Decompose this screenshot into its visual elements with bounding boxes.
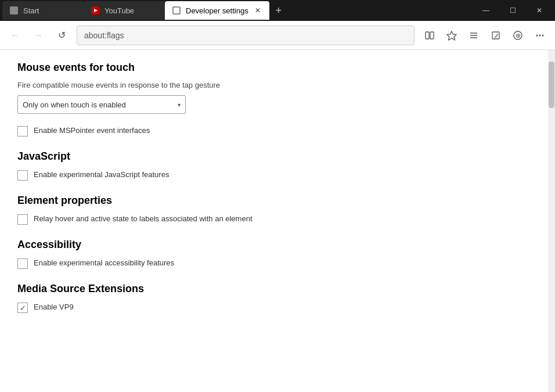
relay-hover-label: Relay hover and active state to labels a…: [34, 214, 253, 224]
section-element-properties: Element properties Relay hover and activ…: [17, 195, 531, 225]
refresh-button[interactable]: ↺: [51, 25, 72, 46]
section-accessibility: Accessibility Enable experimental access…: [17, 239, 531, 269]
minimize-button[interactable]: —: [473, 0, 499, 21]
vp9-label: Enable VP9: [34, 302, 74, 312]
nav-actions: ⊕: [419, 25, 550, 46]
reading-view-button[interactable]: [419, 25, 440, 46]
section-mouse-events: Mouse events for touch Fire compatible m…: [17, 62, 531, 136]
address-bar: about:flags: [77, 26, 415, 45]
new-tab-button[interactable]: +: [269, 1, 288, 20]
section-javascript: JavaScript Enable experimental JavaScrip…: [17, 150, 531, 181]
back-button[interactable]: ←: [5, 25, 26, 46]
javascript-title: JavaScript: [17, 150, 531, 163]
svg-line-11: [495, 34, 498, 38]
maximize-button[interactable]: ☐: [499, 0, 526, 21]
svg-point-16: [542, 34, 544, 36]
svg-rect-3: [173, 7, 180, 14]
vp9-row: Enable VP9: [17, 302, 531, 313]
media-source-title: Media Source Extensions: [17, 283, 531, 295]
tab-developer-close[interactable]: ✕: [253, 6, 262, 15]
scrollbar-thumb[interactable]: [549, 62, 554, 108]
address-text: about:flags: [84, 31, 124, 40]
mouse-events-title: Mouse events for touch: [17, 62, 531, 74]
experimental-accessibility-checkbox[interactable]: [17, 258, 28, 269]
scrollbar[interactable]: [548, 50, 555, 392]
svg-rect-4: [426, 32, 429, 39]
experimental-accessibility-row: Enable experimental accessibility featur…: [17, 258, 531, 269]
mouse-events-desc: Fire compatible mouse events in response…: [17, 81, 531, 89]
svg-point-14: [536, 34, 538, 36]
title-bar: Start YouTube Developer settings ✕ + — ☐…: [0, 0, 555, 21]
developer-icon: [172, 6, 181, 15]
svg-rect-10: [492, 32, 499, 39]
favorite-button[interactable]: [441, 25, 462, 46]
mspointer-checkbox[interactable]: [17, 126, 28, 136]
touch-select[interactable]: Always on Only on when touch is enabled …: [23, 96, 181, 113]
svg-text:⊕: ⊕: [516, 32, 521, 39]
element-properties-title: Element properties: [17, 195, 531, 207]
vp9-checkbox[interactable]: [17, 303, 28, 313]
forward-button[interactable]: →: [28, 25, 49, 46]
hub-button[interactable]: [463, 25, 484, 46]
tab-start[interactable]: Start: [2, 1, 84, 20]
note-button[interactable]: [485, 25, 506, 46]
accessibility-title: Accessibility: [17, 239, 531, 251]
experimental-js-row: Enable experimental JavaScript features: [17, 170, 531, 181]
more-button[interactable]: [529, 25, 550, 46]
start-icon: [9, 6, 19, 15]
svg-rect-5: [430, 32, 434, 39]
relay-hover-checkbox[interactable]: [17, 214, 28, 225]
svg-point-15: [539, 34, 541, 36]
section-media-source: Media Source Extensions Enable VP9: [17, 283, 531, 313]
touch-dropdown[interactable]: Always on Only on when touch is enabled …: [17, 95, 186, 114]
svg-rect-0: [10, 6, 18, 15]
youtube-icon: [91, 6, 100, 15]
main-content: Mouse events for touch Fire compatible m…: [0, 50, 548, 392]
experimental-js-checkbox[interactable]: [17, 170, 28, 181]
relay-hover-row: Relay hover and active state to labels a…: [17, 214, 531, 225]
svg-marker-6: [447, 31, 456, 40]
tab-developer-label: Developer settings: [186, 6, 248, 15]
experimental-js-label: Enable experimental JavaScript features: [34, 170, 169, 180]
content-area: Mouse events for touch Fire compatible m…: [0, 50, 555, 392]
mspointer-row: Enable MSPointer event interfaces: [17, 125, 531, 136]
tab-youtube[interactable]: YouTube: [84, 1, 165, 20]
experimental-accessibility-label: Enable experimental accessibility featur…: [34, 258, 174, 268]
window-controls: — ☐ ✕: [473, 0, 553, 21]
tab-youtube-label: YouTube: [104, 6, 134, 15]
download-button[interactable]: ⊕: [507, 25, 528, 46]
nav-bar: ← → ↺ about:flags ⊕: [0, 21, 555, 50]
tab-start-label: Start: [23, 6, 39, 15]
close-button[interactable]: ✕: [526, 0, 553, 21]
tab-developer[interactable]: Developer settings ✕: [165, 1, 269, 20]
mspointer-label: Enable MSPointer event interfaces: [34, 125, 150, 136]
